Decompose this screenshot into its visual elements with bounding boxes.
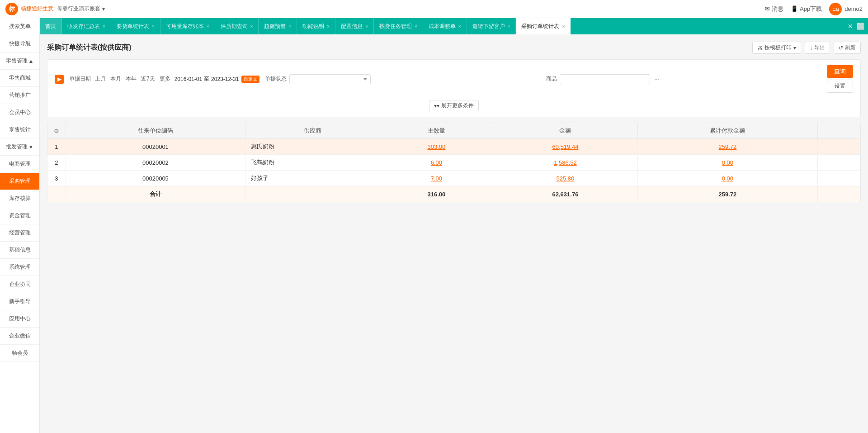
row-code: 00020001 bbox=[66, 139, 245, 155]
date-shortcuts: 上月 本月 本年 近7天 更多 bbox=[94, 75, 172, 83]
sidebar-item-member[interactable]: 会员中心 bbox=[0, 104, 39, 121]
row-num: 1 bbox=[47, 139, 66, 155]
filter-date-item: 单据日期 上月 本月 本年 近7天 更多 2016-01-01 至 2023-1… bbox=[69, 75, 259, 83]
tab-send-receive-close[interactable]: × bbox=[103, 24, 105, 29]
message-btn[interactable]: ✉ 消息 bbox=[765, 5, 783, 13]
tab-func-desc[interactable]: 功能说明 × bbox=[297, 18, 335, 34]
date-btn-this-month[interactable]: 本月 bbox=[109, 75, 123, 83]
tab-invite-down-close[interactable]: × bbox=[508, 24, 510, 29]
tab-overstock[interactable]: 超储预警 × bbox=[259, 18, 297, 34]
tab-maximize-btn[interactable]: ⬜ bbox=[857, 23, 864, 30]
tab-expiry[interactable]: 保质期查询 × bbox=[215, 18, 259, 34]
row-qty[interactable]: 7.00 bbox=[380, 171, 493, 186]
tab-goods-stat-close[interactable]: × bbox=[152, 24, 155, 29]
date-btn-7days[interactable]: 近7天 bbox=[140, 75, 156, 83]
tab-invite-down-label: 邀请下游客户 bbox=[472, 23, 505, 30]
tab-expiry-close[interactable]: × bbox=[250, 24, 253, 29]
tab-func-desc-close[interactable]: × bbox=[327, 24, 330, 29]
sidebar-item-wholesale[interactable]: 批发管理 ▼ bbox=[0, 138, 39, 156]
tab-purchase-stat-label: 采购订单统计表 bbox=[521, 23, 559, 30]
sidebar-item-purchase[interactable]: 采购管理 bbox=[0, 173, 39, 190]
sidebar-item-appcenter[interactable]: 应用中心 bbox=[0, 310, 39, 328]
sidebar-item-retail-shop[interactable]: 零售商城 bbox=[0, 70, 39, 87]
app-download-btn[interactable]: 📱 App下载 bbox=[791, 5, 822, 13]
tab-overstock-close[interactable]: × bbox=[288, 24, 291, 29]
username: demo2 bbox=[844, 5, 863, 12]
row-qty[interactable]: 303.00 bbox=[380, 139, 493, 155]
expand-button[interactable]: ▾▾ 展开更多条件 bbox=[429, 100, 479, 111]
sidebar-item-retail[interactable]: 零售管理 ▲ bbox=[0, 52, 39, 70]
refresh-label: 刷新 bbox=[845, 44, 856, 52]
tab-config-close[interactable]: × bbox=[365, 24, 368, 29]
refresh-button[interactable]: ↺ 刷新 bbox=[834, 42, 861, 54]
date-btn-prev-month[interactable]: 上月 bbox=[94, 75, 107, 83]
sidebar-item-inventory[interactable]: 库存核算 bbox=[0, 190, 39, 207]
tab-available-inv-close[interactable]: × bbox=[207, 24, 209, 29]
sidebar-item-enterprise[interactable]: 企业协同 bbox=[0, 276, 39, 293]
row-paid[interactable]: 259.72 bbox=[637, 139, 817, 155]
footer-label: 合计 bbox=[66, 186, 245, 202]
tab-pick-task[interactable]: 拣货任务管理 × bbox=[374, 18, 423, 34]
tab-bar: 首页 收发存汇总表 × 要货单统计表 × 可用量库存账本 × 保质期查询 × 超… bbox=[40, 18, 868, 34]
tab-cost-adj[interactable]: 成本调整单 × bbox=[423, 18, 467, 34]
app-icon: 📱 bbox=[791, 5, 798, 12]
filter-toggle-button[interactable]: ▶ bbox=[55, 75, 64, 84]
company-selector[interactable]: 母婴行业演示账套 ▾ bbox=[57, 5, 105, 13]
sidebar-item-wechat[interactable]: 企业微信 bbox=[0, 328, 39, 345]
tab-send-receive[interactable]: 收发存汇总表 × bbox=[62, 18, 111, 34]
sidebar-item-search[interactable]: 搜索英单 bbox=[0, 18, 39, 35]
date-btn-more[interactable]: 更多 bbox=[158, 75, 172, 83]
top-bar-right: ✉ 消息 📱 App下载 Ea demo2 bbox=[765, 3, 863, 15]
sidebar-item-basic[interactable]: 基础信息 bbox=[0, 242, 39, 259]
date-btn-this-year[interactable]: 本年 bbox=[124, 75, 138, 83]
tab-home[interactable]: 首页 bbox=[40, 18, 62, 34]
tab-goods-stat[interactable]: 要货单统计表 × bbox=[111, 18, 160, 34]
user-avatar[interactable]: Ea demo2 bbox=[829, 3, 863, 15]
print-button[interactable]: 🖨 按模板打印 ▾ bbox=[752, 42, 801, 54]
top-bar-left: 标 畅捷通好生意 母婴行业演示账套 ▾ bbox=[5, 3, 105, 15]
tab-invite-down[interactable]: 邀请下游客户 × bbox=[467, 18, 516, 34]
row-amount[interactable]: 1,586.52 bbox=[493, 155, 637, 171]
logo-icon: 标 bbox=[5, 3, 18, 15]
row-qty[interactable]: 6.00 bbox=[380, 155, 493, 171]
avatar: Ea bbox=[829, 3, 842, 15]
filter-goods-input[interactable] bbox=[560, 74, 650, 84]
tab-purchase-stat-close[interactable]: × bbox=[562, 24, 565, 29]
col-amount: 金额 bbox=[493, 123, 637, 139]
row-paid[interactable]: 0.00 bbox=[637, 171, 817, 186]
sidebar-item-vip[interactable]: 畅会员 bbox=[0, 345, 39, 362]
setting-button[interactable]: 设置 bbox=[827, 80, 853, 93]
sidebar-item-nav[interactable]: 快捷导航 bbox=[0, 35, 39, 52]
filter-panel: ▶ 单据日期 上月 本月 本年 近7天 更多 2016-01-01 至 bbox=[47, 59, 861, 117]
tab-config[interactable]: 配置信息 × bbox=[335, 18, 374, 34]
table-settings-icon[interactable]: ⚙ bbox=[54, 128, 59, 134]
filter-more-btn[interactable]: ··· bbox=[653, 76, 661, 82]
tab-close-btn[interactable]: ✕ bbox=[848, 23, 853, 30]
sidebar-item-finance[interactable]: 资金管理 bbox=[0, 207, 39, 224]
row-amount[interactable]: 60,519.44 bbox=[493, 139, 637, 155]
tab-available-inv[interactable]: 可用量库存账本 × bbox=[160, 18, 215, 34]
sidebar-item-operation[interactable]: 经营管理 bbox=[0, 224, 39, 242]
filter-status-select[interactable] bbox=[289, 74, 371, 84]
search-button[interactable]: 查询 bbox=[827, 65, 853, 78]
tab-purchase-stat[interactable]: 采购订单统计表 × bbox=[516, 18, 571, 34]
filter-status-item: 单据状态 bbox=[265, 74, 540, 84]
filter-goods-label: 商品 bbox=[546, 75, 557, 83]
sidebar-item-newbie[interactable]: 新手引导 bbox=[0, 293, 39, 310]
sidebar-item-system[interactable]: 系统管理 bbox=[0, 259, 39, 276]
sidebar-item-marketing[interactable]: 营销推广 bbox=[0, 87, 39, 104]
expand-label: 展开更多条件 bbox=[441, 102, 474, 109]
sidebar-item-ecommerce[interactable]: 电商管理 bbox=[0, 156, 39, 173]
tab-pick-task-close[interactable]: × bbox=[415, 24, 417, 29]
row-supplier: 惠氏奶粉 bbox=[245, 139, 380, 155]
sidebar: 搜索英单 快捷导航 零售管理 ▲ 零售商城 营销推广 会员中心 零售统计 批发管… bbox=[0, 18, 40, 433]
row-amount[interactable]: 525.80 bbox=[493, 171, 637, 186]
filter-row-main: ▶ 单据日期 上月 本月 本年 近7天 更多 2016-01-01 至 bbox=[55, 65, 853, 93]
row-num: 3 bbox=[47, 171, 66, 186]
tab-config-label: 配置信息 bbox=[341, 23, 363, 30]
export-button[interactable]: ↓ 导出 bbox=[805, 42, 830, 54]
row-paid[interactable]: 0.00 bbox=[637, 155, 817, 171]
page-title: 采购订单统计表(按供应商) bbox=[47, 43, 132, 52]
sidebar-item-retail-stat[interactable]: 零售统计 bbox=[0, 121, 39, 138]
tab-cost-adj-close[interactable]: × bbox=[458, 24, 461, 29]
